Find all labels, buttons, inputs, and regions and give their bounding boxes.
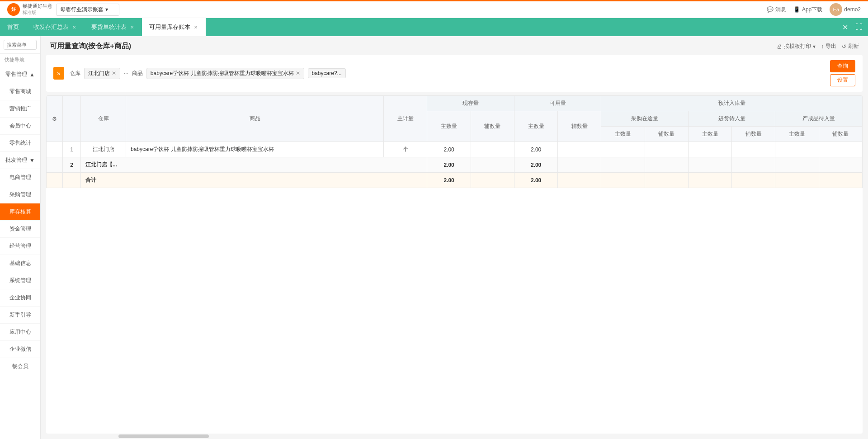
close-tab-btn[interactable]: ✕ xyxy=(840,21,850,33)
th-current-stock-group: 现存量 xyxy=(427,96,514,111)
tab-receive-summary[interactable]: 收发存汇总表 ✕ xyxy=(26,18,84,36)
group-available-main: 2.00 xyxy=(514,157,557,173)
top-bar: 好 畅捷通好生意 标准版 母婴行业演示账套 ▾ 💬 消息 📱 App下载 Ea … xyxy=(0,0,868,18)
sidebar-item-zero-sales-label: 零售管理 xyxy=(5,71,27,78)
tab-demand-stats[interactable]: 要货单统计表 ✕ xyxy=(84,18,142,36)
th-settings[interactable]: ⚙ xyxy=(47,96,63,142)
sidebar-item-basics[interactable]: 基础信息 xyxy=(0,255,40,272)
th-index xyxy=(63,96,81,142)
tab-receive-summary-close[interactable]: ✕ xyxy=(71,24,77,31)
settings-button[interactable]: 设置 xyxy=(830,74,855,86)
sidebar-item-purchase[interactable]: 采购管理 xyxy=(0,186,40,203)
refresh-action[interactable]: ↺ 刷新 xyxy=(842,42,859,50)
sidebar-item-finance[interactable]: 资金管理 xyxy=(0,221,40,238)
maximize-btn[interactable]: ⛶ xyxy=(854,21,864,33)
td-settings xyxy=(47,142,63,157)
refresh-label: 刷新 xyxy=(848,42,859,50)
th-current-aux: 辅数量 xyxy=(471,111,514,142)
tab-available-stock[interactable]: 可用量库存账本 ✕ xyxy=(142,18,206,36)
group-index: 2 xyxy=(63,157,81,173)
mobile-icon: 📱 xyxy=(793,6,800,13)
footer-purchase-aux xyxy=(645,173,688,188)
sidebar-item-batch-mgmt[interactable]: 批发管理 ▼ xyxy=(0,152,40,169)
group-available-aux xyxy=(558,157,601,173)
sidebar-item-zero-sales[interactable]: 零售管理 ▲ xyxy=(0,66,40,83)
footer-current-main: 2.00 xyxy=(427,173,471,188)
warehouse-tag-remove[interactable]: ✕ xyxy=(112,70,116,76)
logo-area: 好 畅捷通好生意 标准版 xyxy=(7,3,52,16)
tab-home[interactable]: 首页 xyxy=(0,18,26,36)
tab-receive-summary-label: 收发存汇总表 xyxy=(33,23,69,31)
product-tag-2-label: babycare?... xyxy=(312,70,342,76)
warehouse-more[interactable]: ··· xyxy=(124,70,128,76)
th-production-subgroup: 产成品待入量 xyxy=(775,111,863,127)
th-warehouse: 仓库 xyxy=(81,96,126,142)
print-label: 按模板打印 xyxy=(784,42,811,50)
sidebar-item-inventory[interactable]: 库存核算 xyxy=(0,203,40,221)
table-row: 1 江北门店 babycare学饮杯 儿童防摔防撞吸管杯重力球吸嘴杯宝宝水杯 个… xyxy=(47,142,863,157)
industry-selector[interactable]: 母婴行业演示账套 ▾ xyxy=(56,4,119,16)
group-settings xyxy=(47,157,63,173)
chevron-icon: ▲ xyxy=(29,71,35,78)
sidebar-item-wechat[interactable]: 企业微信 xyxy=(0,341,40,358)
group-row: 2 江北门店【... 2.00 2.00 xyxy=(47,157,863,173)
footer-purchase-main xyxy=(601,173,645,188)
th-production-main: 主数量 xyxy=(775,127,819,142)
sidebar-item-operations[interactable]: 经营管理 xyxy=(0,238,40,255)
scrollbar-area xyxy=(46,434,863,439)
th-incoming-aux: 辅数量 xyxy=(732,127,775,142)
sidebar-item-member[interactable]: 畅会员 xyxy=(0,358,40,375)
sidebar-item-operations-label: 经营管理 xyxy=(9,242,31,250)
query-button[interactable]: 查询 xyxy=(830,60,855,72)
tab-demand-stats-close[interactable]: ✕ xyxy=(129,24,135,31)
user-action[interactable]: Ea demo2 xyxy=(830,3,861,16)
sidebar-item-batch-mgmt-label: 批发管理 xyxy=(5,156,27,164)
app-download-action[interactable]: 📱 App下载 xyxy=(793,6,822,14)
td-available-aux xyxy=(558,142,601,157)
message-action[interactable]: 💬 消息 xyxy=(767,6,786,14)
product-tag-1-remove[interactable]: ✕ xyxy=(296,70,300,76)
sidebar: 快捷导航 零售管理 ▲ 零售商城 营销推广 会员中心 零售统计 批发管理 ▼ 电… xyxy=(0,36,41,439)
sidebar-item-newbie[interactable]: 新手引导 xyxy=(0,307,40,324)
search-input[interactable] xyxy=(4,40,37,50)
nav-tabs: 首页 收发存汇总表 ✕ 要货单统计表 ✕ 可用量库存账本 ✕ ✕ ⛶ xyxy=(0,18,868,36)
sidebar-item-members-label: 会员中心 xyxy=(9,122,31,130)
sidebar-item-apps[interactable]: 应用中心 xyxy=(0,324,40,341)
th-purchase-subgroup: 采购在途量 xyxy=(601,111,689,127)
sidebar-item-members[interactable]: 会员中心 xyxy=(0,118,40,135)
export-action[interactable]: ↑ 导出 xyxy=(821,42,836,50)
sidebar-item-enterprise[interactable]: 企业协同 xyxy=(0,289,40,307)
td-index: 1 xyxy=(63,142,81,157)
footer-available-aux xyxy=(558,173,601,188)
top-bar-left: 好 畅捷通好生意 标准版 母婴行业演示账套 ▾ xyxy=(7,3,119,16)
warehouse-tag-label: 江北门店 xyxy=(88,70,110,77)
print-dropdown-icon: ▾ xyxy=(813,43,816,50)
product-tag-1-label: babycare学饮杯 儿童防摔防撞吸管杯重力球吸嘴杯宝宝水杯 xyxy=(151,70,294,77)
tab-available-stock-label: 可用量库存账本 xyxy=(149,23,190,31)
group-current-main: 2.00 xyxy=(427,157,471,173)
sidebar-item-zero-stats[interactable]: 零售统计 xyxy=(0,135,40,152)
logo-icon: 好 xyxy=(7,3,20,16)
td-warehouse: 江北门店 xyxy=(81,142,126,157)
footer-current-aux xyxy=(471,173,514,188)
th-unit: 主计量 xyxy=(384,96,427,142)
th-available-main: 主数量 xyxy=(514,111,557,142)
sidebar-item-apps-label: 应用中心 xyxy=(9,328,31,336)
sidebar-item-zero-stats-label: 零售统计 xyxy=(9,139,31,147)
sidebar-item-zero-shop[interactable]: 零售商城 xyxy=(0,83,40,100)
sidebar-item-ecommerce[interactable]: 电商管理 xyxy=(0,169,40,186)
sidebar-item-wechat-label: 企业微信 xyxy=(9,345,31,353)
print-action[interactable]: 🖨 按模板打印 ▾ xyxy=(777,42,816,50)
group-purchase-aux xyxy=(645,157,688,173)
sidebar-item-system[interactable]: 系统管理 xyxy=(0,272,40,289)
filter-expand-btn[interactable]: » xyxy=(53,67,64,80)
sidebar-item-newbie-label: 新手引导 xyxy=(9,311,31,319)
horizontal-scrollbar[interactable] xyxy=(118,434,209,438)
warehouse-tag: 江北门店 ✕ xyxy=(84,68,120,79)
nav-tabs-actions: ✕ ⛶ xyxy=(840,21,868,33)
sidebar-item-marketing[interactable]: 营销推广 xyxy=(0,100,40,118)
tab-available-stock-close[interactable]: ✕ xyxy=(193,24,198,31)
footer-settings xyxy=(47,173,63,188)
filter-actions: 查询 设置 xyxy=(830,60,855,86)
sidebar-item-finance-label: 资金管理 xyxy=(9,225,31,233)
